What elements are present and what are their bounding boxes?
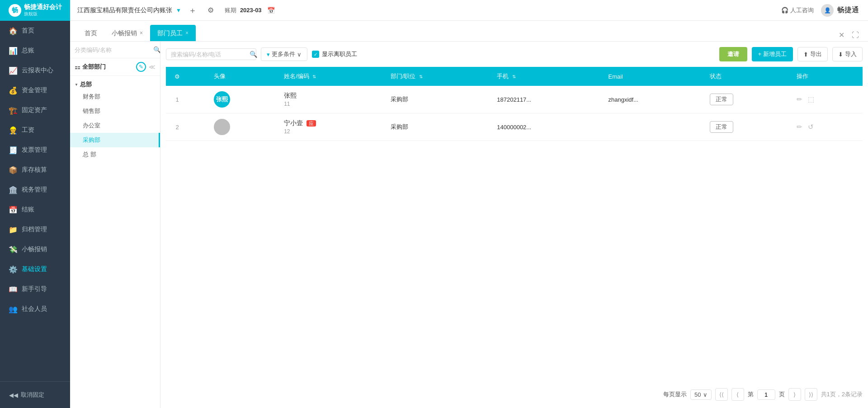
dept-item-purchase[interactable]: 采购部 (70, 133, 160, 147)
period-value: 2023-03 (240, 7, 262, 14)
dept-item-office[interactable]: 办公室 (70, 118, 160, 133)
archive-icon: 📁 (9, 225, 17, 234)
guide-icon: 📖 (9, 285, 17, 293)
table-row: 1 张熙 张熙 11 (166, 86, 863, 113)
table-row: 2 宁小壹 应 12 (166, 113, 863, 141)
tab-dept-close[interactable]: × (185, 25, 189, 41)
tab-dept-employee[interactable]: 部门员工 × (150, 25, 196, 41)
sidebar-item-staff[interactable]: 👥 社会人员 (0, 299, 70, 319)
app-edition: 旗舰版 (24, 11, 62, 17)
edit-icon-2[interactable]: ✏ (797, 123, 802, 131)
sidebar-item-assets[interactable]: 🏗️ 固定资产 (0, 100, 70, 120)
service-button[interactable]: 🎧 人工咨询 (781, 6, 814, 14)
row-2-actions: ✏ ↺ (789, 113, 863, 141)
sidebar-item-guide[interactable]: 📖 新手引导 (0, 279, 70, 299)
sidebar-item-close[interactable]: 📅 结账 (0, 200, 70, 220)
dept-collapse-icon[interactable]: ≪ (149, 63, 156, 70)
calendar-icon[interactable]: 📅 (267, 7, 275, 14)
sidebar-item-reports[interactable]: 📈 云报表中心 (0, 61, 70, 80)
page-content: 🔍 ⚏ 全部部门 ✎ ≪ ▼ 总部 财务部 销售部 (70, 42, 868, 408)
page-first-button[interactable]: ⟨⟨ (715, 388, 728, 401)
dept-item-sales[interactable]: 销售部 (70, 104, 160, 118)
sidebar-item-tax[interactable]: 🏛️ 税务管理 (0, 180, 70, 200)
period-label: 账期 (225, 6, 236, 14)
main-layout: 🏠 首页 📊 总账 📈 云报表中心 💰 资金管理 🏗️ 固定资产 👷 工资 🧾 … (0, 21, 868, 408)
tab-dept-label: 部门员工 (157, 25, 183, 41)
settings-icon[interactable]: ⚙ (204, 6, 217, 14)
page-size-value: 50 (694, 391, 701, 398)
sidebar-item-inventory[interactable]: 📦 库存核算 (0, 160, 70, 180)
row-index-2: 2 (166, 113, 189, 141)
logout-icon-1[interactable]: ⬚ (808, 95, 814, 103)
grid-icon: ⚏ (75, 63, 80, 70)
tax-icon: 🏛️ (9, 186, 17, 194)
dept-header: ⚏ 全部部门 ✎ ≪ (70, 58, 160, 76)
search-input[interactable] (171, 51, 247, 58)
row-index-1: 1 (166, 86, 189, 113)
import-label: 导入 (845, 50, 857, 58)
all-dept-label[interactable]: ⚏ 全部部门 (75, 63, 133, 71)
add-employee-button[interactable]: + 新增员工 (752, 47, 793, 61)
page-label: 第 (748, 390, 754, 399)
dept-item-hq[interactable]: 总 部 (70, 147, 160, 162)
show-resigned-label: 显示离职员工 (322, 50, 357, 58)
tab-actions: ✕ ⛶ (837, 29, 861, 41)
dept-search-input[interactable] (75, 47, 151, 53)
sidebar-item-funds[interactable]: 💰 资金管理 (0, 80, 70, 100)
ledger-icon: 📊 (9, 47, 17, 55)
filter-chevron-icon: ∨ (297, 51, 302, 58)
sidebar-label-close: 结账 (22, 206, 34, 214)
row-1-empty (189, 86, 207, 113)
page-prev-button[interactable]: ⟨ (731, 388, 744, 401)
expand-icon[interactable]: ▼ (75, 83, 78, 87)
tab-expense-close[interactable]: × (140, 25, 143, 41)
assets-icon: 🏗️ (9, 106, 17, 114)
invoice-icon: 🧾 (9, 146, 17, 154)
page-size-select[interactable]: 50 ∨ (690, 389, 711, 400)
expense-icon: 💸 (9, 245, 17, 253)
sidebar-item-archive[interactable]: 📁 归档管理 (0, 220, 70, 239)
delete-icon-2[interactable]: ↺ (808, 123, 814, 131)
export-button[interactable]: ⬆ 导出 (797, 47, 828, 61)
show-resigned-checkbox[interactable]: ✓ (312, 51, 319, 58)
tab-expand-icon[interactable]: ⛶ (850, 29, 861, 41)
page-input[interactable] (757, 389, 775, 400)
sidebar-item-invoice[interactable]: 🧾 发票管理 (0, 140, 70, 160)
invite-button[interactable]: 邀请 (719, 47, 747, 61)
tab-expense[interactable]: 小畅报销 × (104, 25, 150, 41)
toolbar-right: 邀请 + 新增员工 ⬆ 导出 ⬇ 导入 (719, 47, 863, 61)
sidebar-item-home[interactable]: 🏠 首页 (0, 21, 70, 41)
dept-search-icon[interactable]: 🔍 (153, 46, 160, 53)
row-2-email (601, 113, 703, 141)
sidebar-item-expense[interactable]: 💸 小畅报销 (0, 239, 70, 259)
page-last-button[interactable]: ⟩⟩ (805, 388, 817, 401)
badge-ying: 应 (307, 120, 316, 127)
sidebar-item-settings[interactable]: ⚙️ 基础设置 (0, 259, 70, 279)
tab-home[interactable]: 首页 (77, 25, 104, 41)
sidebar-label-assets: 固定资产 (22, 106, 47, 114)
page-next-button[interactable]: ⟩ (788, 388, 801, 401)
user-info: 👤 畅捷通 (821, 4, 859, 17)
sidebar-label-funds: 资金管理 (22, 86, 47, 94)
sidebar-item-ledger[interactable]: 📊 总账 (0, 41, 70, 61)
sidebar-label-staff: 社会人员 (22, 305, 47, 313)
dept-item-finance[interactable]: 财务部 (70, 89, 160, 104)
sidebar-item-salary[interactable]: 👷 工资 (0, 120, 70, 140)
edit-icon-1[interactable]: ✏ (797, 95, 802, 103)
search-icon[interactable]: 🔍 (250, 51, 257, 58)
company-dropdown-icon[interactable]: ▼ (176, 7, 181, 14)
top-bar: 畅 畅捷通好会计 旗舰版 江西服宝精品有限责任公司内账张 ▼ ＋ ⚙ 账期 20… (0, 0, 868, 21)
dept-edit-button[interactable]: ✎ (136, 62, 146, 72)
add-company-button[interactable]: ＋ (185, 5, 200, 16)
tab-close-all-icon[interactable]: ✕ (837, 29, 846, 41)
avatar: 👤 (821, 4, 834, 17)
company-info: 江西服宝精品有限责任公司内账张 ▼ ＋ ⚙ 账期 2023-03 📅 (70, 5, 282, 16)
dept-tree: ▼ 总部 财务部 销售部 办公室 采购部 总 部 (70, 76, 160, 408)
settings-nav-icon: ⚙️ (9, 265, 17, 273)
import-button[interactable]: ⬇ 导入 (832, 47, 863, 61)
filter-button[interactable]: ▾ 更多条件 ∨ (261, 47, 307, 61)
unpin-button[interactable]: ◀◀ 取消固定 (0, 386, 70, 403)
col-phone: 手机 ⇅ (490, 67, 601, 86)
total-count: 共1页，2条记录 (821, 390, 863, 399)
page-size-arrow: ∨ (703, 391, 708, 398)
